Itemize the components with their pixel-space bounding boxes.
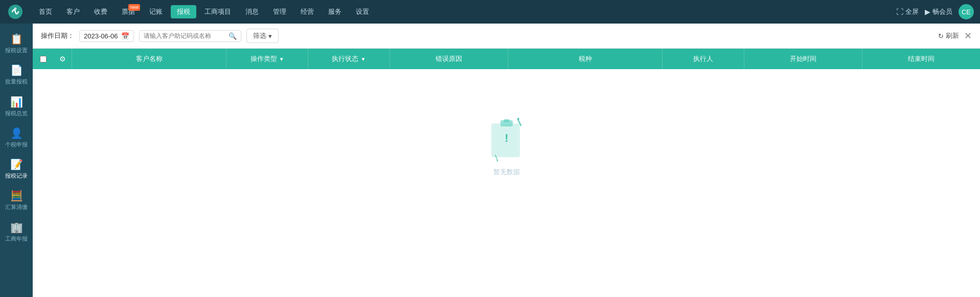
sidebar-item-汇算清缴[interactable]: 🧮汇算清缴 — [0, 184, 33, 216]
sidebar: 📋报税设置📄批量报税📊报税总览👤个税申报📝报税记录🧮汇算清缴🏢工商年报 — [0, 24, 33, 297]
sidebar-label-报税设置: 报税设置 — [5, 47, 28, 54]
content-area: 操作日期： 2023-06-06 📅 🔍 筛选 ▾ ↻ 刷新 ✕ — [33, 24, 980, 297]
col-header-error: 错误原因 — [390, 49, 508, 69]
top-navigation: 首页客户收费票据new记账报税工商项目消息管理经营服务设置 ⛶ 全屏 ▶ 畅会员… — [0, 0, 980, 24]
fullscreen-button[interactable]: ⛶ 全屏 — [896, 7, 919, 16]
nav-item-票据[interactable]: 票据new — [116, 5, 141, 18]
toolbar: 操作日期： 2023-06-06 📅 🔍 筛选 ▾ ↻ 刷新 ✕ — [33, 24, 980, 49]
refresh-button[interactable]: ↻ 刷新 — [938, 31, 959, 40]
nav-item-管理[interactable]: 管理 — [267, 5, 292, 18]
svg-point-1 — [14, 8, 17, 10]
svg-rect-5 — [504, 119, 510, 122]
fullscreen-label: 全屏 — [905, 7, 919, 16]
avatar[interactable]: CE — [959, 4, 974, 19]
nav-item-经营[interactable]: 经营 — [294, 5, 320, 18]
app-logo[interactable] — [6, 3, 25, 21]
checkbox-all[interactable] — [40, 56, 47, 62]
svg-text:!: ! — [505, 132, 508, 144]
sidebar-item-个税申报[interactable]: 👤个税申报 — [0, 122, 33, 153]
sidebar-icon-工商年报: 🏢 — [10, 221, 23, 234]
chevron-down-icon: ▾ — [268, 32, 272, 40]
nav-item-报税[interactable]: 报税 — [171, 5, 196, 18]
sidebar-icon-报税记录: 📝 — [10, 158, 23, 171]
sidebar-icon-汇算清缴: 🧮 — [10, 189, 23, 202]
table-container: ⚙ 客户名称 操作类型 ▼ 执行状态 ▼ 错误原因 税种 — [33, 49, 980, 297]
col-header-tax-type: 税种 — [508, 49, 662, 69]
sidebar-item-报税总览[interactable]: 📊报税总览 — [0, 91, 33, 122]
table-header: ⚙ 客户名称 操作类型 ▼ 执行状态 ▼ 错误原因 税种 — [33, 49, 980, 69]
sidebar-label-批量报税: 批量报税 — [5, 78, 28, 85]
sidebar-label-报税总览: 报税总览 — [5, 110, 28, 117]
select-all-checkbox[interactable] — [33, 49, 53, 69]
sidebar-label-汇算清缴: 汇算清缴 — [5, 203, 28, 210]
empty-state: ! 暂无数据 — [33, 69, 980, 223]
nav-item-客户[interactable]: 客户 — [60, 5, 86, 18]
refresh-label: 刷新 — [946, 31, 959, 40]
col-header-start-time: 开始时间 — [744, 49, 862, 69]
search-icon: 🔍 — [229, 32, 237, 40]
col-header-op-type: 操作类型 ▼ — [226, 49, 308, 69]
col-header-exec-status: 执行状态 ▼ — [308, 49, 390, 69]
sidebar-icon-个税申报: 👤 — [10, 127, 23, 139]
empty-illustration: ! — [486, 115, 527, 161]
date-value: 2023-06-06 — [84, 32, 118, 40]
date-input[interactable]: 2023-06-06 📅 — [79, 30, 134, 42]
member-label: 畅会员 — [932, 7, 952, 16]
nav-item-消息[interactable]: 消息 — [239, 5, 265, 18]
col-header-end-time: 结束时间 — [862, 49, 980, 69]
sidebar-label-个税申报: 个税申报 — [5, 141, 28, 148]
sidebar-icon-批量报税: 📄 — [10, 64, 23, 76]
main-layout: 📋报税设置📄批量报税📊报税总览👤个税申报📝报税记录🧮汇算清缴🏢工商年报 操作日期… — [0, 24, 980, 297]
member-button[interactable]: ▶ 畅会员 — [925, 7, 952, 16]
sidebar-item-报税设置[interactable]: 📋报税设置 — [0, 28, 33, 59]
sidebar-icon-报税总览: 📊 — [10, 96, 23, 108]
close-button[interactable]: ✕ — [964, 31, 972, 40]
search-input[interactable] — [144, 32, 225, 39]
nav-badge-票据: new — [128, 4, 140, 11]
sidebar-label-工商年报: 工商年报 — [5, 235, 28, 242]
sidebar-item-工商年报[interactable]: 🏢工商年报 — [0, 216, 33, 247]
nav-item-设置[interactable]: 设置 — [350, 5, 375, 18]
nav-items: 首页客户收费票据new记账报税工商项目消息管理经营服务设置 — [33, 5, 896, 18]
nav-item-首页[interactable]: 首页 — [33, 5, 58, 18]
sort-icon-exec-status: ▼ — [360, 56, 366, 62]
filter-label: 筛选 — [253, 31, 266, 40]
nav-item-记账[interactable]: 记账 — [143, 5, 169, 18]
empty-text: 暂无数据 — [493, 167, 520, 177]
date-label: 操作日期： — [41, 31, 74, 40]
col-header-name: 客户名称 — [72, 49, 226, 69]
settings-column-icon[interactable]: ⚙ — [53, 55, 72, 63]
sidebar-icon-报税设置: 📋 — [10, 33, 23, 45]
filter-button[interactable]: 筛选 ▾ — [246, 29, 279, 43]
svg-point-8 — [517, 118, 519, 120]
avatar-text: CE — [962, 8, 971, 16]
nav-item-工商项目[interactable]: 工商项目 — [198, 5, 237, 18]
sort-icon-op-type: ▼ — [279, 56, 284, 62]
sidebar-item-报税记录[interactable]: 📝报税记录 — [0, 153, 33, 184]
nav-item-服务[interactable]: 服务 — [322, 5, 348, 18]
sidebar-label-报税记录: 报税记录 — [5, 172, 28, 179]
col-header-executor: 执行人 — [662, 49, 744, 69]
sidebar-item-批量报税[interactable]: 📄批量报税 — [0, 59, 33, 90]
top-nav-right: ⛶ 全屏 ▶ 畅会员 CE — [896, 4, 974, 19]
search-input-wrap[interactable]: 🔍 — [139, 30, 241, 42]
calendar-icon: 📅 — [121, 32, 129, 40]
refresh-icon: ↻ — [938, 32, 944, 40]
nav-item-收费[interactable]: 收费 — [88, 5, 113, 18]
